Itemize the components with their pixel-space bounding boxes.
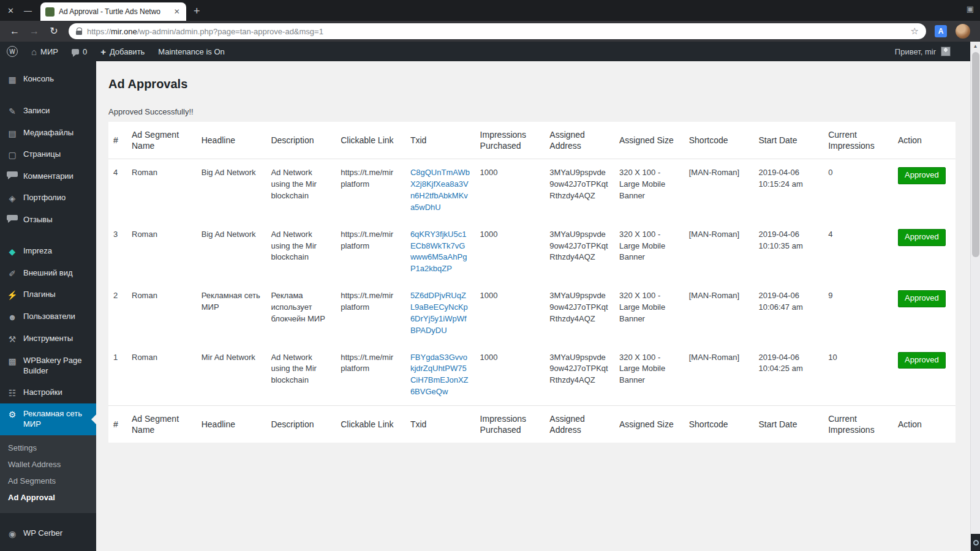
sidebar-item-wp-cerber[interactable]: ◉WP Cerber xyxy=(0,523,96,545)
cell-headline: Рекламная сеть МИР xyxy=(197,282,266,343)
scroll-corner-dot-icon xyxy=(973,540,979,545)
address-bar[interactable]: https://mir.one/wp-admin/admin.php?page=… xyxy=(69,23,926,39)
approved-button[interactable]: Approved xyxy=(898,290,946,307)
table-row: 4RomanBig Ad NetworkAd Network using the… xyxy=(108,159,956,221)
cell-impressions: 1000 xyxy=(475,282,545,343)
browser-profile-avatar[interactable] xyxy=(956,24,970,39)
sidebar-item-media[interactable]: ▤Медиафайлы xyxy=(0,122,96,144)
new-content-menu[interactable]: + Добавить xyxy=(94,42,151,61)
sidebar-item-label: Записи xyxy=(23,106,90,116)
bookmark-star-icon[interactable]: ☆ xyxy=(911,26,919,37)
scrollbar-thumb[interactable] xyxy=(972,52,979,257)
cell-headline: Big Ad Network xyxy=(197,221,266,282)
scroll-up-arrow-icon[interactable]: ▲ xyxy=(971,42,980,51)
scroll-corner xyxy=(971,534,980,551)
translate-icon[interactable]: A xyxy=(935,25,947,37)
tab-close-icon[interactable]: ✕ xyxy=(173,7,181,16)
page-scrollbar[interactable]: ▲ xyxy=(970,42,980,551)
impreza-icon: ◆ xyxy=(7,246,18,257)
window-close-icon[interactable]: ✕ xyxy=(7,7,14,15)
sidebar-item-settings[interactable]: ☷Настройки xyxy=(0,382,96,404)
forward-icon[interactable]: → xyxy=(26,26,43,36)
browser-tab[interactable]: Ad Approval - Turtle Ads Netwo ✕ xyxy=(40,2,186,21)
txid-link[interactable]: 6qKRY3fjkU5c1ECb8WkTk7vGwww6M5aAhPgP1a2k… xyxy=(410,230,467,274)
col-header-segment: Ad Segment Name xyxy=(127,405,197,443)
admin-bar-right: Привет, mir xyxy=(895,47,980,56)
cell-num: 1 xyxy=(108,344,127,406)
col-header-current: Current Impressions xyxy=(823,122,893,159)
col-header-action: Action xyxy=(893,122,956,159)
sidebar-item-posts[interactable]: ✎Записи xyxy=(0,100,96,122)
txid-link[interactable]: C8gQUnTmAWbX2j8KjfXea8a3Vn6H2tfbAbkMKva5… xyxy=(410,168,470,212)
sidebar-item-testimonials[interactable]: Отзывы xyxy=(0,209,96,231)
cell-action: Approved xyxy=(893,221,956,282)
cell-headline: Mir Ad Network xyxy=(197,344,266,406)
browser-navbar: ← → ↻ https://mir.one/wp-admin/admin.php… xyxy=(0,21,980,42)
sidebar-item-pages[interactable]: ▢Страницы xyxy=(0,144,96,166)
sidebar-item-tan[interactable]: ⚙Рекламная сеть МИР xyxy=(0,403,96,435)
comments-count: 0 xyxy=(83,47,87,56)
cell-current: 4 xyxy=(823,221,893,282)
header-row: #Ad Segment NameHeadlineDescriptionClick… xyxy=(108,405,956,443)
comments-icon xyxy=(7,171,18,177)
sidebar-item-dashboard[interactable]: ▦Консоль xyxy=(0,69,96,91)
cell-txid: 6qKRY3fjkU5c1ECb8WkTk7vGwww6M5aAhPgP1a2k… xyxy=(405,221,475,282)
cell-link: https://t.me/mir platform xyxy=(336,344,405,406)
approved-button[interactable]: Approved xyxy=(898,229,946,246)
cell-shortcode: [MAN-Roman] xyxy=(684,282,754,343)
cell-size: 320 X 100 - Large Mobile Banner xyxy=(614,159,684,221)
txid-link[interactable]: 5Z6dDPjvRUqZL9aBeECyNcKp6DrYj5y1iWpWfBPA… xyxy=(410,291,468,335)
browser-extension-icon[interactable]: ▣ xyxy=(967,4,974,13)
posts-icon: ✎ xyxy=(7,106,18,117)
sidebar-subitem-wallet-address[interactable]: Wallet Address xyxy=(0,456,96,473)
window-minimize-icon[interactable]: — xyxy=(24,7,32,15)
greeting-text[interactable]: Привет, mir xyxy=(895,47,936,56)
sidebar-item-plugins[interactable]: ⚡Плагины xyxy=(0,284,96,306)
col-header-num: # xyxy=(108,405,127,443)
sidebar-subitem-tan-settings[interactable]: Settings xyxy=(0,440,96,456)
sidebar-item-comments[interactable]: Комментарии xyxy=(0,166,96,187)
comments-menu[interactable]: 0 xyxy=(65,42,94,61)
header-row: #Ad Segment NameHeadlineDescriptionClick… xyxy=(108,122,956,159)
sidebar-item-label: Внешний вид xyxy=(23,268,90,279)
cell-headline: Big Ad Network xyxy=(197,159,266,221)
sidebar-item-impreza[interactable]: ◆Impreza xyxy=(0,241,96,263)
cell-link: https://t.me/mir platform xyxy=(336,159,405,221)
sidebar-item-label: Медиафайлы xyxy=(23,128,90,138)
approved-button[interactable]: Approved xyxy=(898,352,946,369)
sidebar-item-appearance[interactable]: ✐Внешний вид xyxy=(0,263,96,285)
sidebar-item-label: Консоль xyxy=(23,74,90,84)
cell-action: Approved xyxy=(893,344,956,406)
cell-segment: Roman xyxy=(127,221,197,282)
portfolio-icon: ◈ xyxy=(7,193,18,204)
new-tab-button[interactable]: + xyxy=(194,5,200,18)
txid-link[interactable]: FBYgdaS3GvvokjdrZqUhtPW75CiH7BmEJonXZ6BV… xyxy=(410,353,469,397)
approved-button[interactable]: Approved xyxy=(898,167,946,184)
testimonials-icon xyxy=(7,215,18,220)
back-icon[interactable]: ← xyxy=(6,26,23,36)
sidebar-item-users[interactable]: ☻Пользователи xyxy=(0,306,96,328)
add-new-label: Добавить xyxy=(110,47,145,56)
refresh-icon[interactable]: ↻ xyxy=(45,26,62,36)
sidebar-subitem-ad-segments[interactable]: Ad Segments xyxy=(0,473,96,489)
cell-description: Реклама использует блокчейн МИР xyxy=(266,282,336,343)
admin-avatar[interactable] xyxy=(941,47,951,56)
maintenance-status[interactable]: Maintenance is On xyxy=(151,42,231,61)
url-path: /wp-admin/admin.php?page=tan-approve-ad&… xyxy=(137,27,323,36)
col-header-description: Description xyxy=(266,122,336,159)
cell-size: 320 X 100 - Large Mobile Banner xyxy=(614,282,684,343)
sidebar-item-label: Impreza xyxy=(23,246,90,257)
site-name-menu[interactable]: ⌂ МИР xyxy=(24,42,65,61)
wp-logo-menu[interactable]: W xyxy=(0,42,24,61)
sidebar-item-portfolio[interactable]: ◈Портфолио xyxy=(0,187,96,209)
cell-start: 2019-04-06 10:04:25 am xyxy=(753,344,823,406)
sidebar-item-label: Пользователи xyxy=(23,312,90,322)
screen: ✕ — Ad Approval - Turtle Ads Netwo ✕ + ▣… xyxy=(0,0,980,551)
sidebar-subitem-ad-approval[interactable]: Ad Approval xyxy=(0,489,96,506)
sidebar-item-tools[interactable]: ⚒Инструменты xyxy=(0,328,96,350)
sidebar-item-wpcc[interactable]: ⚑WPCC xyxy=(0,545,96,551)
col-header-action: Action xyxy=(893,405,956,443)
col-header-link: Clickable Link xyxy=(336,405,405,443)
sidebar-item-wpbakery[interactable]: ▩WPBakery Page Builder xyxy=(0,350,96,382)
col-header-start: Start Date xyxy=(753,405,823,443)
